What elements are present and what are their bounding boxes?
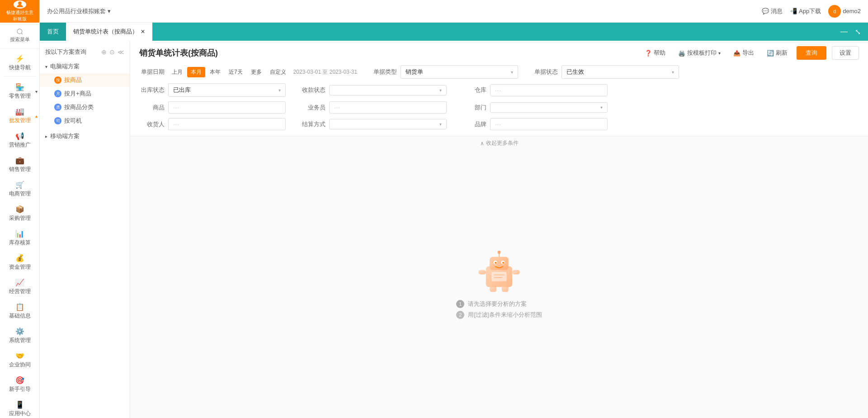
newbie-icon: 🎯	[15, 376, 24, 385]
refresh-button[interactable]: 🔄 刷新	[763, 47, 791, 59]
by-month-product-label: 按月+商品	[64, 90, 91, 98]
appcenter-icon: 📱	[15, 400, 24, 409]
logo-title: 畅捷通好生意	[6, 10, 33, 16]
tab-home-label: 首页	[47, 28, 59, 36]
add-scheme-icon[interactable]: ⊕	[101, 48, 107, 56]
settings-label: 设置	[840, 49, 851, 56]
tab-maximize-button[interactable]: ⤡	[853, 27, 863, 37]
product-dots: ···	[173, 104, 179, 111]
sidebar-item-newbie[interactable]: 🎯 新手引导	[0, 372, 39, 397]
finance-label: 资金管理	[9, 263, 31, 271]
warehouse2-dots: ···	[495, 87, 501, 94]
industry-selector[interactable]: 办公用品行业模拟账套 ▾	[47, 7, 111, 15]
date-range-text: 2023-03-01 至 2023-03-31	[293, 68, 357, 76]
sidebar-item-marketing[interactable]: 📢 营销推广	[0, 128, 39, 152]
bill-status-value: 已生效	[566, 68, 584, 76]
app-download-action[interactable]: 📲 App下载	[790, 7, 821, 15]
empty-tips: 1 请先选择要分析的方案 2 用[过滤]条件来缩小分析范围	[456, 300, 542, 319]
tree-item-by-month-product[interactable]: 月 按月+商品	[40, 87, 130, 100]
tab-home[interactable]: 首页	[40, 23, 66, 41]
help-label: 帮助	[654, 49, 665, 57]
payment-arrow-icon: ▾	[439, 122, 442, 127]
date-more-btn[interactable]: 更多	[247, 67, 265, 77]
content-area: 按以下方案查询 ⊕ ⊙ ≪ ▾ 电脑端方案 按 按商品 月 按月	[40, 41, 868, 418]
marketing-icon: 📢	[15, 132, 24, 140]
sidebar-item-quick-nav[interactable]: ⚡ 快捷导航	[0, 51, 39, 75]
date-prev-month-btn[interactable]: 上月	[168, 67, 186, 77]
brand-label: 品牌	[461, 120, 486, 128]
basic-icon: 📋	[15, 303, 24, 311]
svg-point-8	[502, 261, 504, 263]
warehouse-status-select[interactable]: 已出库 ▾	[168, 83, 286, 97]
search-menu-section[interactable]: 搜索菜单	[0, 23, 39, 49]
dept-label: 部门	[461, 104, 486, 112]
svg-point-7	[495, 261, 496, 263]
collect-status-select[interactable]: ▾	[329, 85, 447, 95]
payment-select[interactable]: ▾	[329, 119, 447, 129]
enterprise-label: 企业协同	[9, 361, 31, 369]
sidebar-item-ecommerce[interactable]: 🛒 电商管理	[0, 177, 39, 201]
sidebar: 畅捷通好生意 标账版 搜索菜单 ⚡ 快捷导航 🏪 零售管理 ▾ 🏭 批发管理 ▴…	[0, 0, 40, 418]
consignee-dots: ···	[173, 121, 179, 128]
sidebar-item-system[interactable]: ⚙️ 系统管理	[0, 323, 39, 348]
tree-item-by-category[interactable]: 类 按商品分类	[40, 100, 130, 114]
filter-row-4: 收货人 ··· 结算方式 ▾ 品牌	[139, 118, 859, 130]
export-label: 导出	[742, 49, 754, 57]
avatar-initial: d	[833, 9, 836, 14]
tab-minimize-button[interactable]: —	[839, 27, 849, 37]
tree-group-mobile: ▸ 移动端方案	[40, 129, 130, 145]
date-custom-btn[interactable]: 自定义	[266, 67, 290, 77]
help-button[interactable]: ❓ 帮助	[641, 47, 669, 59]
system-label: 系统管理	[9, 337, 31, 344]
sidebar-item-enterprise[interactable]: 🤝 企业协同	[0, 348, 39, 372]
search-menu-button[interactable]: 搜索菜单	[3, 26, 37, 45]
print-button[interactable]: 🖨️ 按模板打印	[675, 47, 724, 59]
empty-tip-2: 2 用[过滤]条件来缩小分析范围	[456, 311, 542, 319]
empty-state: 1 请先选择要分析的方案 2 用[过滤]条件来缩小分析范围	[456, 249, 542, 319]
sidebar-item-sales[interactable]: 💼 销售管理	[0, 152, 39, 177]
query-button[interactable]: 查询	[797, 46, 826, 60]
payment-label: 结算方式	[300, 120, 326, 128]
dept-select[interactable]: ▾	[490, 102, 608, 113]
sidebar-item-appcenter[interactable]: 📱 应用中心	[0, 397, 39, 418]
date-7days-btn[interactable]: 近7天	[225, 67, 246, 77]
export-icon: 📤	[733, 50, 741, 57]
svg-point-1	[17, 29, 22, 34]
staff-input[interactable]: ···	[329, 101, 447, 114]
bill-type-label: 单据类型	[372, 68, 397, 76]
header-left: 办公用品行业模拟账套 ▾	[47, 7, 111, 15]
consignee-input[interactable]: ···	[168, 118, 286, 130]
sidebar-item-finance[interactable]: 💰 资金管理	[0, 250, 39, 275]
collapse-bar[interactable]: ∧ 收起更多条件	[130, 136, 868, 150]
sidebar-item-purchase[interactable]: 📦 采购管理	[0, 201, 39, 226]
sidebar-item-basic[interactable]: 📋 基础信息	[0, 299, 39, 323]
tree-group-pc-header[interactable]: ▾ 电脑端方案	[40, 60, 130, 73]
svg-point-10	[498, 251, 501, 254]
settings-button[interactable]: 设置	[832, 46, 859, 60]
by-category-label: 按商品分类	[64, 103, 94, 111]
export-button[interactable]: 📤 导出	[730, 47, 758, 59]
date-curr-month-btn[interactable]: 本月	[187, 67, 205, 77]
settings-scheme-icon[interactable]: ⊙	[109, 48, 115, 56]
sidebar-item-retail[interactable]: 🏪 零售管理 ▾	[0, 79, 39, 104]
date-year-btn[interactable]: 本年	[206, 67, 224, 77]
bill-status-select[interactable]: 已生效 ▾	[561, 65, 679, 79]
sidebar-item-operation[interactable]: 📈 经营管理	[0, 275, 39, 299]
tree-group-mobile-label: 移动端方案	[50, 132, 80, 140]
tab-sales-stats[interactable]: 销货单统计表（按商品） ✕	[66, 23, 152, 41]
logo-subtitle: 标账版	[13, 16, 27, 22]
bill-type-select[interactable]: 销货单 ▾	[401, 65, 518, 79]
warehouse2-input[interactable]: ···	[490, 84, 608, 96]
user-action[interactable]: d demo2	[828, 5, 861, 18]
sidebar-item-wholesale[interactable]: 🏭 批发管理 ▴	[0, 104, 39, 128]
product-input[interactable]: ···	[168, 101, 286, 114]
tab-close-icon[interactable]: ✕	[141, 28, 145, 35]
logo: 畅捷通好生意 标账版	[0, 0, 39, 23]
brand-input[interactable]: ···	[490, 118, 608, 130]
message-action[interactable]: 💬 消息	[762, 7, 783, 15]
sidebar-item-inventory[interactable]: 📊 库存核算	[0, 226, 39, 250]
tree-group-mobile-header[interactable]: ▸ 移动端方案	[40, 129, 130, 143]
tree-item-by-product[interactable]: 按 按商品	[40, 73, 130, 87]
tree-item-by-cashier[interactable]: 司 按司机	[40, 114, 130, 128]
collapse-panel-icon[interactable]: ≪	[118, 48, 124, 56]
